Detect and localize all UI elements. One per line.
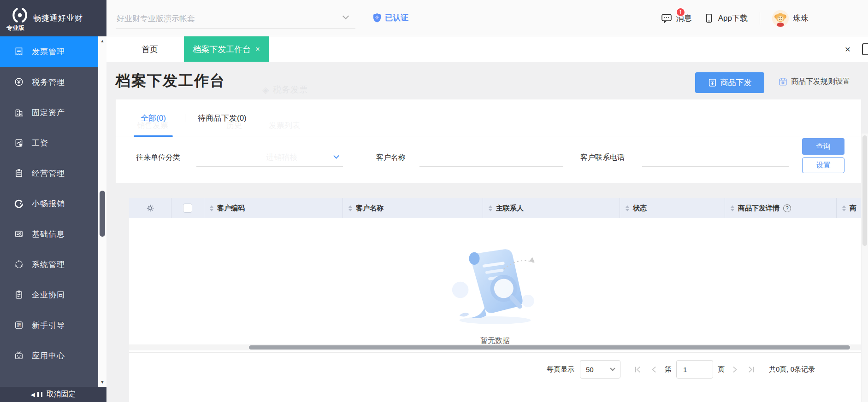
brand-name: 畅捷通好业财 bbox=[33, 13, 83, 23]
tab-all[interactable]: 全部(0) bbox=[134, 99, 173, 136]
dispatch-rules-settings-button[interactable]: 商品下发规则设置 bbox=[778, 77, 850, 87]
filter-card: 全部(0) 待商品下发(0) 往来单位分类 客户名称 客户联系电话 查询 设置 bbox=[116, 99, 861, 183]
tab-active-workbench[interactable]: 档案下发工作台 × bbox=[184, 36, 269, 62]
tabbar: 首页 档案下发工作台 × × bbox=[106, 36, 868, 62]
tax-icon bbox=[14, 77, 24, 87]
app-download-button[interactable]: App下载 bbox=[704, 13, 748, 23]
system-icon bbox=[14, 259, 24, 269]
tab-active-label: 档案下发工作台 bbox=[193, 44, 251, 55]
svg-text:新: 新 bbox=[17, 323, 21, 327]
app-root: 畅捷通好业财 专业版 发票管理 税务管理 固定资产 工资 经营管理 bbox=[0, 0, 868, 402]
sidebar-item-tax[interactable]: 税务管理 bbox=[0, 67, 98, 97]
salary-icon bbox=[14, 138, 24, 148]
unpin-sidebar-button[interactable]: ◀ 取消固定 bbox=[0, 387, 106, 402]
tab-home[interactable]: 首页 bbox=[130, 36, 170, 62]
sort-icon[interactable] bbox=[731, 205, 734, 211]
column-label: 商品下发详情 bbox=[738, 204, 779, 213]
avatar bbox=[772, 10, 789, 27]
watermark-icon: ◈ bbox=[262, 85, 269, 95]
category-select[interactable] bbox=[196, 145, 343, 167]
sort-icon[interactable] bbox=[842, 205, 846, 211]
brand-logo-icon bbox=[9, 5, 30, 26]
main-content: ◈ 税务发票 销售发票 历史 发票列表 进销稽核 档案下发工作台 商品下发 商品… bbox=[106, 62, 868, 402]
sidebar-item-collaboration[interactable]: 企业协同 bbox=[0, 280, 98, 310]
sort-icon[interactable] bbox=[489, 205, 492, 211]
vertical-scrollbar-thumb[interactable] bbox=[862, 135, 867, 246]
collaboration-icon bbox=[14, 290, 24, 300]
sort-icon[interactable] bbox=[626, 205, 629, 211]
sort-icon[interactable] bbox=[348, 205, 352, 211]
prev-page-button[interactable] bbox=[650, 365, 658, 373]
newbie-icon: 新 bbox=[14, 320, 24, 330]
sidebar-item-salary[interactable]: 工资 bbox=[0, 128, 98, 158]
help-icon[interactable]: ? bbox=[783, 204, 791, 212]
filter-row: 往来单位分类 客户名称 客户联系电话 查询 设置 bbox=[116, 136, 861, 183]
sidebar-item-label: 基础信息 bbox=[32, 229, 65, 239]
tab-close-icon[interactable]: × bbox=[255, 45, 260, 53]
vertical-scrollbar[interactable] bbox=[862, 134, 868, 402]
query-button[interactable]: 查询 bbox=[802, 138, 844, 155]
sidebar-item-label: 固定资产 bbox=[32, 107, 65, 118]
close-all-tabs-button[interactable]: × bbox=[838, 40, 857, 58]
column-customer-name[interactable]: 客户名称 bbox=[343, 198, 483, 218]
sidebar-item-newbie-guide[interactable]: 新 新手引导 bbox=[0, 310, 98, 340]
column-label: 商 bbox=[850, 204, 856, 213]
settings-button[interactable]: 设置 bbox=[802, 157, 844, 173]
empty-state bbox=[129, 244, 861, 328]
filter-label-customer-phone: 客户联系电话 bbox=[580, 153, 625, 163]
svg-text:企: 企 bbox=[375, 15, 379, 20]
last-page-button[interactable] bbox=[748, 365, 756, 373]
filter-label-category: 往来单位分类 bbox=[136, 153, 180, 163]
column-settings-cell[interactable] bbox=[129, 198, 171, 218]
select-all-checkbox[interactable] bbox=[183, 204, 192, 213]
goods-dispatch-button[interactable]: 商品下发 bbox=[695, 72, 764, 93]
scroll-down-icon[interactable]: ▼ bbox=[98, 380, 106, 385]
account-select-value: 好业财专业版演示帐套 bbox=[117, 13, 195, 24]
sidebar-item-operations[interactable]: 经营管理 bbox=[0, 158, 98, 188]
column-status[interactable]: 状态 bbox=[620, 198, 725, 218]
chevron-down-icon bbox=[610, 366, 615, 371]
user-menu[interactable]: 珠珠 bbox=[772, 10, 809, 27]
sidebar-item-system[interactable]: 系统管理 bbox=[0, 249, 98, 280]
sidebar-item-app-center[interactable]: 应用中心 bbox=[0, 340, 98, 371]
per-page-value: 50 bbox=[586, 366, 594, 373]
horizontal-scrollbar[interactable] bbox=[129, 344, 861, 350]
tab-pending-dispatch[interactable]: 待商品下发(0) bbox=[198, 99, 247, 136]
record-count: 共0页, 0条记录 bbox=[769, 365, 815, 374]
per-page-select[interactable]: 50 bbox=[580, 360, 620, 379]
tab-list-icon[interactable] bbox=[862, 43, 868, 55]
sidebar-scrollbar-thumb[interactable] bbox=[100, 191, 105, 237]
user-name: 珠珠 bbox=[793, 13, 809, 23]
divider bbox=[760, 12, 760, 24]
sort-icon[interactable] bbox=[210, 205, 213, 211]
page-prefix: 第 bbox=[665, 365, 672, 374]
column-main-contact[interactable]: 主联系人 bbox=[483, 198, 620, 218]
scroll-up-icon[interactable]: ▲ bbox=[98, 39, 106, 43]
account-select[interactable]: 好业财专业版演示帐套 bbox=[116, 9, 355, 29]
messages-button[interactable]: 消息 1 bbox=[661, 13, 692, 23]
divider bbox=[185, 114, 185, 122]
sidebar-scrollbar[interactable]: ▲ ▼ bbox=[98, 36, 106, 387]
app-center-icon bbox=[14, 350, 24, 361]
sidebar-item-basic-info[interactable]: 基础信息 bbox=[0, 219, 98, 249]
next-page-button[interactable] bbox=[731, 365, 739, 373]
first-page-button[interactable] bbox=[633, 365, 642, 373]
sidebar-item-label: 发票管理 bbox=[32, 47, 65, 57]
topbar: 好业财专业版演示帐套 企 已认证 消息 1 bbox=[106, 0, 868, 36]
column-dispatch-detail[interactable]: 商品下发详情 ? bbox=[725, 198, 837, 218]
sidebar-item-invoice[interactable]: 发票管理 bbox=[0, 36, 98, 67]
sidebar-item-fixed-assets[interactable]: 固定资产 bbox=[0, 97, 98, 128]
list-tabs: 全部(0) 待商品下发(0) bbox=[116, 99, 861, 136]
horizontal-scrollbar-thumb[interactable] bbox=[249, 345, 850, 350]
column-label: 客户编码 bbox=[217, 204, 245, 213]
customer-phone-input[interactable] bbox=[642, 145, 789, 167]
customer-name-input[interactable] bbox=[419, 145, 563, 167]
sidebar-item-expense[interactable]: 小畅报销 bbox=[0, 188, 98, 219]
verified-label: 已认证 bbox=[385, 12, 408, 23]
unpin-arrow-icon: ◀ bbox=[30, 392, 35, 397]
column-customer-code[interactable]: 客户编码 bbox=[204, 198, 343, 218]
column-partial[interactable]: 商 bbox=[837, 198, 861, 218]
close-icon: × bbox=[845, 44, 850, 55]
unpin-label: 取消固定 bbox=[47, 390, 76, 399]
page-number-input[interactable] bbox=[676, 360, 713, 379]
